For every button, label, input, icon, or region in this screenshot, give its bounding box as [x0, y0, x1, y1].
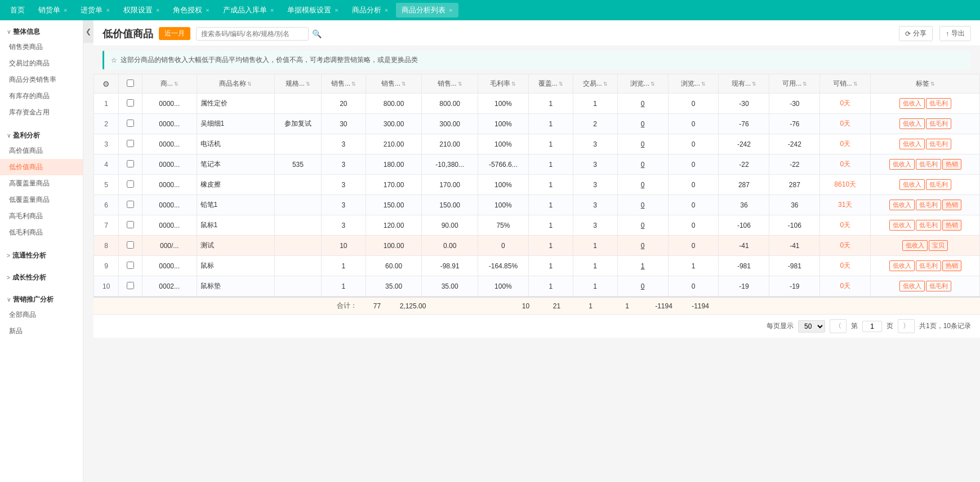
- table-cell-code: 0000...: [142, 94, 197, 114]
- sidebar-item-高价值商品[interactable]: 高价值商品: [0, 143, 83, 159]
- browse-link[interactable]: 0: [641, 120, 645, 128]
- browse-link[interactable]: 0: [641, 140, 645, 148]
- sidebar-item-高覆盖量商品[interactable]: 高覆盖量商品: [0, 175, 83, 192]
- sort-icon-right[interactable]: ⇅: [803, 81, 807, 87]
- nav-item-角色授权[interactable]: 角色授权×: [167, 3, 215, 17]
- nav-close-icon[interactable]: ×: [64, 7, 67, 14]
- next-page-btn[interactable]: 〉: [898, 319, 915, 333]
- sidebar-item-全部商品[interactable]: 全部商品: [0, 307, 83, 323]
- sort-icon-right[interactable]: ⇅: [752, 81, 756, 87]
- nav-close-icon[interactable]: ×: [206, 7, 209, 14]
- sort-icon-right[interactable]: ⇅: [351, 81, 356, 87]
- browse-link[interactable]: 0: [641, 161, 645, 169]
- col-label-tags: 标签: [916, 79, 929, 89]
- search-icon-btn[interactable]: 🔍: [312, 29, 322, 38]
- prev-page-btn[interactable]: 〈: [830, 319, 847, 333]
- browse-link[interactable]: 0: [641, 282, 645, 290]
- row-checkbox[interactable]: [127, 160, 134, 167]
- sidebar-item-新品[interactable]: 新品: [0, 323, 83, 339]
- sidebar-section-流通性分析[interactable]: >流通性分析: [0, 247, 83, 263]
- nav-close-icon[interactable]: ×: [449, 7, 452, 14]
- table-cell-available: 287: [769, 175, 820, 195]
- table-cell-checkbox: [119, 94, 142, 114]
- nav-item-单据模板设置[interactable]: 单据模板设置×: [282, 3, 344, 17]
- row-checkbox[interactable]: [127, 99, 134, 107]
- nav-item-销货单[interactable]: 销货单×: [33, 3, 73, 17]
- browse-link[interactable]: 0: [641, 242, 645, 250]
- sidebar-section-成长性分析[interactable]: >成长性分析: [0, 269, 83, 285]
- col-label-browse1: 浏览...: [630, 79, 649, 89]
- nav-item-进货单[interactable]: 进货单×: [75, 3, 115, 17]
- sidebar-item-有库存的商品[interactable]: 有库存的商品: [0, 88, 83, 104]
- sort-icon-right[interactable]: ⇅: [458, 81, 462, 87]
- table-cell-trans: 1: [573, 94, 617, 114]
- table-cell-settings: 4: [94, 154, 119, 175]
- browse-link[interactable]: 0: [641, 100, 645, 108]
- browse-link[interactable]: 0: [641, 181, 645, 189]
- product-tag: 低毛利: [926, 179, 951, 190]
- sort-icon-right[interactable]: ⇅: [651, 81, 655, 87]
- row-checkbox[interactable]: [127, 282, 134, 289]
- table-cell-browse2: 0: [668, 114, 719, 134]
- nav-item-商品分析列表[interactable]: 商品分析列表×: [396, 3, 458, 17]
- row-checkbox[interactable]: [127, 201, 134, 208]
- sidebar-section-盈利分析[interactable]: ∨盈利分析: [0, 127, 83, 143]
- table-cell-checkbox: [119, 134, 142, 154]
- sidebar-item-低价值商品[interactable]: 低价值商品: [0, 159, 83, 175]
- sort-icon-right[interactable]: ⇅: [174, 81, 179, 87]
- sidebar-collapse-btn[interactable]: ❮: [83, 20, 93, 43]
- nav-close-icon[interactable]: ×: [385, 7, 388, 14]
- nav-item-商品分析[interactable]: 商品分析×: [346, 3, 394, 17]
- table-cell-trans: 3: [573, 154, 617, 175]
- nav-close-icon[interactable]: ×: [156, 7, 159, 14]
- sort-icon-right[interactable]: ⇅: [930, 81, 935, 87]
- nav-close-icon[interactable]: ×: [106, 7, 109, 14]
- sort-icon-right[interactable]: ⇅: [603, 81, 608, 87]
- browse-link[interactable]: 0: [641, 201, 645, 209]
- sort-icon-right[interactable]: ⇅: [559, 81, 563, 87]
- table-cell-browse2: 0: [668, 175, 719, 195]
- export-btn[interactable]: ↑ 导出: [939, 26, 971, 41]
- sidebar-section-营销推广分析[interactable]: ∨营销推广分析: [0, 291, 83, 307]
- nav-item-产成品入库单[interactable]: 产成品入库单×: [217, 3, 279, 17]
- nav-close-icon[interactable]: ×: [270, 7, 274, 14]
- row-checkbox[interactable]: [127, 180, 134, 188]
- nav-close-icon[interactable]: ×: [335, 7, 338, 14]
- sort-icon-right[interactable]: ⇅: [701, 81, 706, 87]
- row-checkbox[interactable]: [127, 140, 134, 147]
- col-header-settings[interactable]: ⚙: [94, 74, 119, 94]
- settings-icon[interactable]: ⚙: [103, 79, 110, 89]
- table-cell-sales_amt: 180.00: [366, 154, 422, 175]
- row-checkbox[interactable]: [127, 262, 134, 269]
- sidebar-item-交易过的商品[interactable]: 交易过的商品: [0, 55, 83, 72]
- browse-link[interactable]: 0: [641, 222, 645, 229]
- sort-icon-right[interactable]: ⇅: [306, 81, 310, 87]
- share-btn[interactable]: ⟳ 分享: [899, 26, 933, 41]
- page-input[interactable]: [862, 321, 882, 332]
- sort-icon-right[interactable]: ⇅: [402, 81, 406, 87]
- sidebar-section-整体信息[interactable]: ∨整体信息: [0, 24, 83, 39]
- sort-icon-right[interactable]: ⇅: [511, 81, 516, 87]
- search-input[interactable]: [196, 27, 309, 41]
- sort-icon-right[interactable]: ⇅: [247, 81, 252, 87]
- sidebar-item-高毛利商品[interactable]: 高毛利商品: [0, 208, 83, 224]
- nav-item-权限设置[interactable]: 权限设置×: [118, 3, 165, 17]
- row-checkbox[interactable]: [127, 120, 134, 127]
- row-checkbox[interactable]: [127, 241, 134, 249]
- sidebar-item-低毛利商品[interactable]: 低毛利商品: [0, 224, 83, 241]
- row-checkbox[interactable]: [127, 221, 134, 228]
- page-size-select[interactable]: 50: [798, 320, 825, 333]
- filter-btn[interactable]: 近一月: [159, 27, 190, 40]
- sort-icon-right[interactable]: ⇅: [853, 81, 858, 87]
- nav-item-首页[interactable]: 首页: [5, 3, 30, 17]
- select-all-checkbox[interactable]: [127, 79, 134, 87]
- sidebar-item-销售类商品[interactable]: 销售类商品: [0, 39, 83, 55]
- table-cell-sales_qty: 3: [321, 195, 366, 215]
- browse-link[interactable]: 1: [641, 262, 645, 270]
- sidebar-item-库存资金占用[interactable]: 库存资金占用: [0, 104, 83, 121]
- sidebar-item-低覆盖量商品[interactable]: 低覆盖量商品: [0, 192, 83, 208]
- table-cell-coverage: 1: [528, 154, 573, 175]
- table-cell-settings: 9: [94, 256, 119, 276]
- sidebar-item-商品分类销售率[interactable]: 商品分类销售率: [0, 72, 83, 88]
- col-header-checkbox[interactable]: [119, 74, 142, 94]
